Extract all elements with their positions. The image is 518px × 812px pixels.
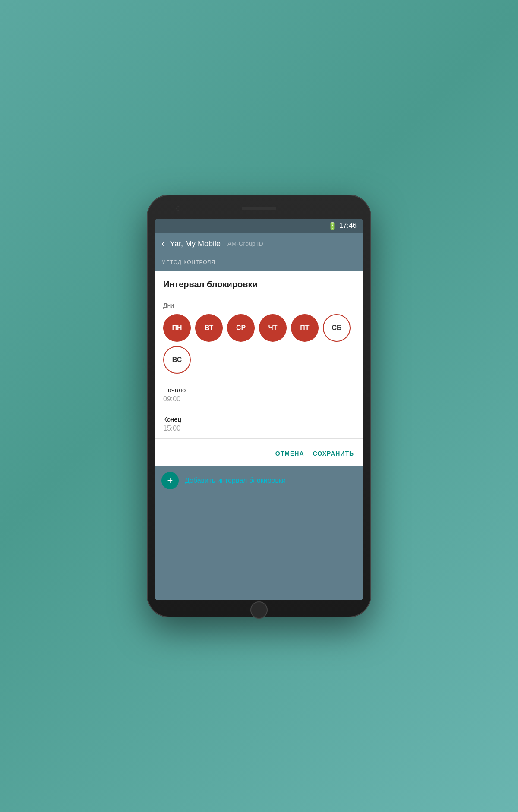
day-fri[interactable]: ПТ bbox=[291, 314, 319, 342]
status-time: 🔋 17:46 bbox=[328, 222, 357, 230]
end-value[interactable]: 15:00 bbox=[163, 425, 355, 432]
days-divider bbox=[155, 380, 363, 380]
day-mon[interactable]: ПН bbox=[163, 314, 191, 342]
speaker bbox=[242, 207, 276, 210]
app-title: Yar, My Mobile bbox=[170, 239, 221, 249]
day-sun[interactable]: ВС bbox=[163, 346, 191, 374]
home-button[interactable] bbox=[250, 601, 268, 619]
content-area: Интервал блокировки Дни ПН ВТ СР ЧТ bbox=[155, 271, 363, 600]
clock: 17:46 bbox=[339, 222, 357, 230]
days-grid: ПН ВТ СР ЧТ ПТ СБ bbox=[163, 314, 355, 374]
dialog-card: Интервал блокировки Дни ПН ВТ СР ЧТ bbox=[155, 271, 363, 466]
day-wed[interactable]: СР bbox=[227, 314, 255, 342]
section-label: МЕТОД КОНТРОЛЯ bbox=[161, 259, 357, 265]
day-sat[interactable]: СБ bbox=[323, 314, 351, 342]
section-divider-line bbox=[161, 268, 357, 268]
battery-icon: 🔋 bbox=[328, 222, 337, 230]
app-bar: ‹ Yar, My Mobile AM-Group ID bbox=[155, 233, 363, 255]
phone-bottom bbox=[155, 604, 363, 617]
phone-top bbox=[155, 202, 363, 214]
end-label: Конец bbox=[163, 415, 355, 423]
start-divider bbox=[155, 409, 363, 409]
back-button[interactable]: ‹ bbox=[161, 238, 164, 249]
day-tue[interactable]: ВТ bbox=[195, 314, 223, 342]
phone-screen: 🔋 17:46 ‹ Yar, My Mobile AM-Group ID МЕТ… bbox=[155, 219, 363, 600]
status-bar: 🔋 17:46 bbox=[155, 219, 363, 233]
cancel-button[interactable]: ОТМЕНА bbox=[275, 448, 305, 459]
plus-icon: + bbox=[167, 475, 173, 486]
end-time-section: Конец 15:00 bbox=[163, 415, 355, 432]
dialog-actions: ОТМЕНА СОХРАНИТЬ bbox=[163, 445, 355, 459]
start-label: Начало bbox=[163, 386, 355, 393]
day-thu[interactable]: ЧТ bbox=[259, 314, 287, 342]
bottom-bar: + Добавить интервал блокировки bbox=[155, 466, 363, 495]
app-subtitle: AM-Group ID bbox=[227, 240, 263, 247]
add-interval-fab[interactable]: + bbox=[161, 472, 179, 489]
add-interval-label[interactable]: Добавить интервал блокировки bbox=[185, 477, 286, 485]
save-button[interactable]: СОХРАНИТЬ bbox=[312, 448, 355, 459]
card-title-divider bbox=[155, 296, 363, 296]
camera bbox=[176, 206, 180, 211]
phone-frame: 🔋 17:46 ‹ Yar, My Mobile AM-Group ID МЕТ… bbox=[147, 195, 371, 617]
end-divider bbox=[155, 438, 363, 439]
days-label: Дни bbox=[163, 302, 355, 309]
section-header: МЕТОД КОНТРОЛЯ bbox=[155, 255, 363, 271]
dialog-title: Интервал блокировки bbox=[163, 280, 355, 290]
start-time-section: Начало 09:00 bbox=[163, 386, 355, 403]
start-value[interactable]: 09:00 bbox=[163, 395, 355, 403]
